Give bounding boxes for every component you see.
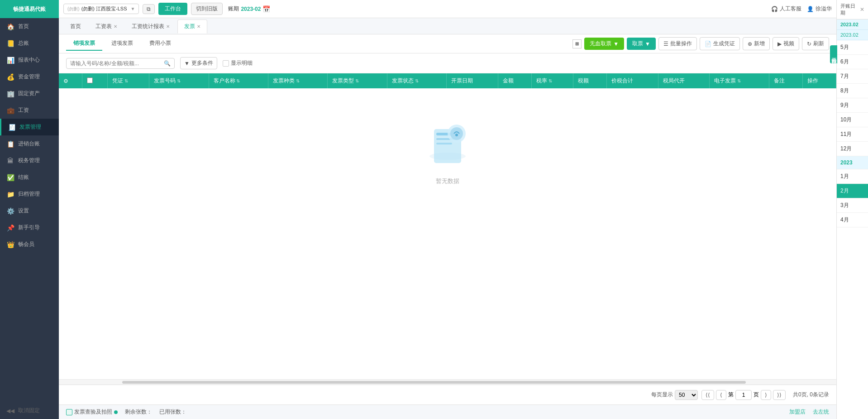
batch-op-btn[interactable]: ☰ 批量操作 (658, 37, 697, 50)
col-电子发票[interactable]: 电子发票 (710, 73, 769, 88)
date-month-9月[interactable]: 9月 (837, 98, 868, 113)
tab-close-icon[interactable]: ✕ (197, 24, 200, 29)
date-header-2: 2023.02 (837, 30, 868, 40)
gen-voucher-btn[interactable]: 📄 生成凭证 (700, 37, 740, 50)
sidebar-item-归档管理[interactable]: 📁归档管理 (0, 186, 59, 202)
tab-工资表[interactable]: 工资表✕ (89, 19, 124, 33)
tab-工资统计报表[interactable]: 工资统计报表✕ (125, 19, 176, 33)
date-month-3月[interactable]: 3月 (837, 198, 868, 213)
switch-version-button[interactable]: 切到旧版 (191, 3, 223, 15)
sidebar-item-固定资产[interactable]: 🏢固定资产 (0, 85, 59, 102)
scrollbar-thumb[interactable] (122, 381, 746, 384)
last-page-btn[interactable]: ⟩⟩ (773, 390, 786, 400)
go-left-link[interactable]: 去左统 (813, 408, 829, 416)
workbench-button[interactable]: 工作台 (158, 3, 187, 15)
subtab-expense[interactable]: 费用小票 (142, 37, 178, 51)
col-客户名称[interactable]: 客户名称 (209, 73, 268, 88)
take-ticket-btn[interactable]: 取票 ▼ (627, 38, 656, 50)
subtab-purchase[interactable]: 进项发票 (104, 37, 140, 51)
sidebar-item-结账[interactable]: ✅结账 (0, 169, 59, 186)
copy-icon: ⧉ (147, 6, 151, 12)
sidebar-icon: 💼 (6, 107, 14, 114)
sidebar-item-报表中心[interactable]: 📊报表中心 (0, 52, 59, 68)
tab-首页[interactable]: 首页 (63, 19, 88, 33)
search-input[interactable] (70, 60, 162, 67)
next-page-btn[interactable]: ⟩ (761, 390, 771, 400)
scrollbar-container[interactable] (59, 379, 836, 385)
page-size-select: 每页显示 50 10 20 100 (651, 390, 698, 400)
company-dropdown-arrow: ▼ (131, 6, 135, 11)
filter-btn[interactable]: ▼ 更多条件 (180, 57, 217, 69)
date-month-5月[interactable]: 5月 (837, 40, 868, 55)
col-发票号码[interactable]: 发票号码 (149, 73, 209, 88)
date-month-6月[interactable]: 6月 (837, 55, 868, 69)
grid-view-icon[interactable]: ⊞ (572, 39, 582, 48)
sidebar-item-总账[interactable]: 📒总账 (0, 35, 59, 52)
tab-close-icon[interactable]: ✕ (114, 24, 117, 29)
col-备注: 备注 (769, 73, 802, 88)
refresh-btn[interactable]: ↻ 刷新 (802, 37, 829, 50)
date-year-2023[interactable]: 2023 (837, 156, 868, 169)
col-税局代开: 税局代开 (658, 73, 710, 88)
search-icon[interactable]: 🔍 (164, 60, 171, 67)
invoice-check-icon (66, 409, 72, 415)
page-input[interactable] (735, 390, 752, 400)
select-all-checkbox[interactable] (87, 77, 93, 83)
take-ticket-dropdown-arrow: ▼ (645, 41, 650, 47)
subtab-sales[interactable]: 销项发票 (66, 37, 102, 51)
sidebar-item-畅会员[interactable]: 👑畅会员 (0, 236, 59, 253)
show-detail-toggle[interactable]: 显示明细 (223, 59, 253, 67)
app-logo: 畅捷通易代账 (0, 0, 59, 18)
tab-发票[interactable]: 发票✕ (177, 19, 207, 34)
sidebar-icon: 📌 (6, 224, 14, 231)
company-selector[interactable]: (勿删) (勿删) 江西股宝-LSS ▼ (63, 4, 139, 14)
pin-icon: ◀◀ (6, 408, 14, 414)
search-box[interactable]: 🔍 (66, 58, 175, 69)
date-month-11月[interactable]: 11月 (837, 127, 868, 142)
col-发票状态[interactable]: 发票状态 (387, 73, 446, 88)
date-month-10月[interactable]: 10月 (837, 113, 868, 127)
date-month-1月[interactable]: 1月 (837, 169, 868, 184)
customer-service-btn[interactable]: 🎧 人工客服 (771, 5, 801, 13)
first-page-btn[interactable]: ⟨⟨ (701, 390, 714, 400)
tab-close-icon[interactable]: ✕ (166, 24, 170, 29)
empty-state: 暂无数据 (59, 88, 836, 212)
no-ticket-btn[interactable]: 无血取票 ▼ (584, 38, 624, 50)
date-month-2月[interactable]: 2月 (837, 184, 868, 198)
sidebar-item-工资[interactable]: 💼工资 (0, 102, 59, 119)
prev-page-btn[interactable]: ⟨ (716, 390, 726, 400)
col-凭证[interactable]: 凭证 (108, 73, 149, 88)
sidebar-item-税务管理[interactable]: 🏛税务管理 (0, 152, 59, 169)
sidebar-icon: 🏠 (6, 23, 14, 30)
user-info[interactable]: 👤 徐溢华 (807, 5, 832, 13)
col-税率[interactable]: 税率 (532, 73, 573, 88)
page-size-dropdown[interactable]: 50 10 20 100 (675, 390, 698, 400)
date-month-7月[interactable]: 7月 (837, 69, 868, 84)
invoice-check-label[interactable]: 发票查验及拍照 (66, 408, 118, 416)
sidebar-item-进销台账[interactable]: 📋进销台账 (0, 135, 59, 152)
join-link[interactable]: 加盟店 (789, 408, 806, 416)
period-calendar-icon[interactable]: 📅 (262, 5, 270, 13)
sidebar-pin-toggle[interactable]: ◀◀ 取消固定 (0, 402, 59, 419)
col-发票种类[interactable]: 发票种类 (268, 73, 328, 88)
sidebar-icon: 💰 (6, 73, 14, 81)
sidebar-item-资金管理[interactable]: 💰资金管理 (0, 68, 59, 85)
sidebar-icon: 📁 (6, 191, 14, 198)
page-nav: ⟨⟨ ⟨ 第 页 ⟩ ⟩⟩ (701, 390, 786, 400)
video-btn[interactable]: ▶ 视频 (773, 37, 799, 50)
date-month-12月[interactable]: 12月 (837, 142, 868, 156)
col-发票类型[interactable]: 发票类型 (328, 73, 387, 88)
status-bar: 发票查验及拍照 剩余张数： 已用张数： 加盟店 去左统 (59, 405, 836, 419)
close-panel-btn[interactable]: ✕ (860, 6, 864, 13)
date-month-4月[interactable]: 4月 (837, 213, 868, 227)
add-btn[interactable]: ⊕ 新增 (743, 37, 770, 50)
table-container: ⚙凭证发票号码客户名称发票种类发票类型发票状态开票日期金额税率税额价税合计税局代… (59, 73, 836, 379)
date-month-8月[interactable]: 8月 (837, 84, 868, 98)
sidebar-item-新手引导[interactable]: 📌新手引导 (0, 219, 59, 236)
sidebar-item-设置[interactable]: ⚙️设置 (0, 202, 59, 219)
sidebar-item-首页[interactable]: 🏠首页 (0, 18, 59, 35)
sidebar-item-发票管理[interactable]: 🧾发票管理 (0, 119, 59, 135)
open-date-panel-btn[interactable]: 开账日期 (830, 45, 837, 63)
copy-button[interactable]: ⧉ (143, 4, 155, 14)
sidebar-icon: 📋 (6, 140, 14, 148)
